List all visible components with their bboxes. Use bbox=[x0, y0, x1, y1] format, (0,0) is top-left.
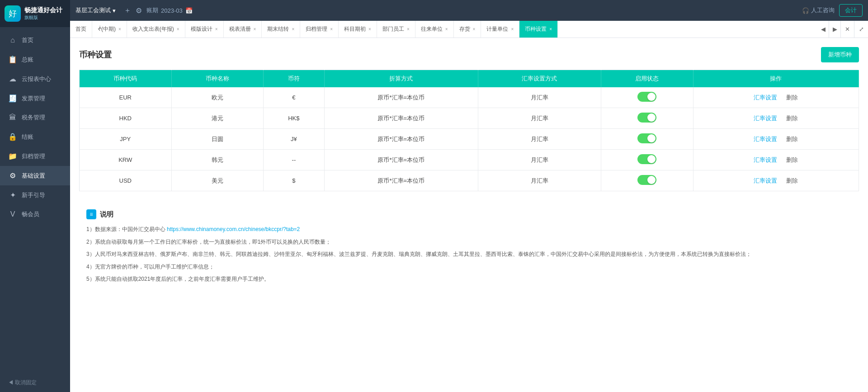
actions: 汇率设置 删除 bbox=[693, 170, 859, 191]
tab-币种设置[interactable]: 币种设置× bbox=[519, 21, 558, 38]
tab-prev-button[interactable]: ◀ bbox=[817, 21, 829, 38]
col-header-汇率设置方式: 汇率设置方式 bbox=[478, 70, 601, 88]
toggle-switch[interactable] bbox=[637, 175, 656, 185]
conversion-method: 原币*汇率=本位币 bbox=[324, 87, 478, 108]
toggle-thumb bbox=[647, 134, 656, 142]
sidebar-nav: ⌂首页📋总账☁云报表中心🧾发票管理🏛税务管理🔒结账📁归档管理⚙基础设置✦新手引导… bbox=[0, 27, 70, 373]
invoice-icon: 🧾 bbox=[8, 94, 17, 103]
new-currency-button[interactable]: 新增币种 bbox=[821, 47, 859, 62]
chinamoney-link[interactable]: https://www.chinamoney.com.cn/chinese/bk… bbox=[167, 226, 300, 232]
sidebar-item-newuser[interactable]: ✦新手引导 bbox=[0, 185, 70, 205]
tab-部门员工[interactable]: 部门员工× bbox=[377, 21, 415, 38]
conversion-method: 原币*汇率=本位币 bbox=[324, 129, 478, 150]
tab-next-button[interactable]: ▶ bbox=[829, 21, 841, 38]
sidebar-item-archive[interactable]: 📁归档管理 bbox=[0, 146, 70, 166]
tab-close-icon[interactable]: × bbox=[407, 27, 410, 32]
rate-setting-link[interactable]: 汇率设置 bbox=[754, 115, 777, 122]
currency-name: 美元 bbox=[171, 170, 264, 191]
currency-table: 币种代码币种名称币符折算方式汇率设置方式启用状态操作 EUR 欧元 € 原币*汇… bbox=[79, 70, 859, 191]
tab-归档管理[interactable]: 归档管理× bbox=[300, 21, 339, 38]
rate-setting-link[interactable]: 汇率设置 bbox=[754, 177, 777, 184]
account-button[interactable]: 会计 bbox=[839, 4, 863, 17]
delete-link[interactable]: 删除 bbox=[786, 115, 798, 122]
toggle-thumb bbox=[647, 113, 656, 122]
settings-icon[interactable]: ⚙ bbox=[136, 6, 142, 15]
tab-ᙻ(中期)[interactable]: ᙻ(中期)× bbox=[92, 21, 127, 38]
toggle-switch[interactable] bbox=[637, 133, 656, 143]
logo-sub: 旗舰版 bbox=[24, 14, 62, 21]
tab-close-icon[interactable]: × bbox=[549, 27, 552, 32]
tab-close-all-button[interactable]: ✕ bbox=[841, 21, 854, 38]
enabled-status bbox=[601, 129, 693, 150]
rate-setting-link[interactable]: 汇率设置 bbox=[754, 94, 777, 101]
tab-close-icon[interactable]: × bbox=[177, 27, 179, 32]
member-icon: V bbox=[8, 210, 17, 218]
tab-计量单位[interactable]: 计量单位× bbox=[481, 21, 519, 38]
enabled-status bbox=[601, 87, 693, 108]
delete-link[interactable]: 删除 bbox=[786, 94, 798, 101]
toggle-switch[interactable] bbox=[637, 154, 656, 164]
sidebar-item-closing[interactable]: 🔒结账 bbox=[0, 127, 70, 146]
tab-close-icon[interactable]: × bbox=[254, 27, 256, 32]
calendar-icon[interactable]: 📅 bbox=[185, 7, 193, 14]
tab-close-icon[interactable]: × bbox=[292, 27, 294, 32]
tab-close-icon[interactable]: × bbox=[118, 27, 121, 32]
delete-link[interactable]: 删除 bbox=[786, 156, 798, 163]
tab-close-icon[interactable]: × bbox=[368, 27, 371, 32]
delete-link[interactable]: 删除 bbox=[786, 136, 798, 142]
newuser-icon: ✦ bbox=[8, 191, 17, 199]
tab-close-icon[interactable]: × bbox=[511, 27, 514, 32]
page-title: 币种设置 bbox=[79, 49, 112, 60]
toggle-track bbox=[637, 133, 656, 143]
col-header-操作: 操作 bbox=[693, 70, 859, 88]
currency-code: HKD bbox=[80, 108, 172, 129]
sidebar-item-home[interactable]: ⌂首页 bbox=[0, 31, 70, 50]
toggle-switch[interactable] bbox=[637, 113, 656, 123]
tab-科目期初[interactable]: 科目期初× bbox=[339, 21, 377, 38]
tab-close-icon[interactable]: × bbox=[215, 27, 218, 32]
sidebar-item-tax[interactable]: 🏛税务管理 bbox=[0, 108, 70, 127]
notes-section: ≡ 说明 1）数据来源：中国外汇交易中心 https://www.chinamo… bbox=[79, 202, 859, 294]
toggle-thumb bbox=[647, 155, 656, 163]
logo-text: 畅捷通好会计 旗舰版 bbox=[24, 6, 62, 21]
rate-setting-link[interactable]: 汇率设置 bbox=[754, 136, 777, 142]
enabled-status bbox=[601, 170, 693, 191]
tab-close-icon[interactable]: × bbox=[330, 27, 333, 32]
tab-收入支出表(年报)[interactable]: 收入支出表(年报)× bbox=[127, 21, 185, 38]
company-name[interactable]: 基层工会测试 ▾ bbox=[75, 6, 116, 14]
sidebar-item-settings[interactable]: ⚙基础设置 bbox=[0, 166, 70, 185]
actions: 汇率设置 删除 bbox=[693, 150, 859, 170]
add-icon[interactable]: ＋ bbox=[124, 6, 131, 15]
toggle-switch[interactable] bbox=[637, 92, 656, 102]
sidebar-item-ledger[interactable]: 📋总账 bbox=[0, 50, 70, 69]
sidebar-item-invoice[interactable]: 🧾发票管理 bbox=[0, 89, 70, 108]
ledger-icon: 📋 bbox=[8, 55, 17, 64]
sidebar-item-member[interactable]: V畅会员 bbox=[0, 205, 70, 224]
tab-首页[interactable]: 首页 bbox=[70, 21, 92, 38]
currency-name: 韩元 bbox=[171, 150, 264, 170]
period-info: 账期 2023-03 📅 bbox=[146, 6, 193, 14]
tab-往来单位[interactable]: 往来单位× bbox=[415, 21, 454, 38]
rate-type: 月汇率 bbox=[478, 170, 601, 191]
top-bar-actions: ＋ ⚙ bbox=[124, 6, 142, 15]
note-item: 3）人民币对马来西亚林吉特、俄罗斯卢布、南非兰特、韩元、阿联酋迪拉姆、沙特里亚尔… bbox=[86, 250, 852, 260]
tab-close-icon[interactable]: × bbox=[445, 27, 448, 32]
help-button[interactable]: 🎧 人工咨询 bbox=[802, 6, 835, 14]
currency-name: 欧元 bbox=[171, 87, 264, 108]
delete-link[interactable]: 删除 bbox=[786, 177, 798, 184]
table-row: EUR 欧元 € 原币*汇率=本位币 月汇率 汇率设置 删除 bbox=[80, 87, 859, 108]
currency-code: EUR bbox=[80, 87, 172, 108]
tab-expand-button[interactable]: ⤢ bbox=[854, 21, 868, 38]
tab-税表清册[interactable]: 税表清册× bbox=[224, 21, 262, 38]
closing-icon: 🔒 bbox=[8, 132, 17, 141]
tab-存货[interactable]: 存货× bbox=[454, 21, 481, 38]
rate-setting-link[interactable]: 汇率设置 bbox=[754, 156, 777, 163]
cancel-pin-button[interactable]: ◀ 取消固定 bbox=[0, 373, 70, 392]
tab-模版设计[interactable]: 模版设计× bbox=[185, 21, 224, 38]
tab-期末结转[interactable]: 期末结转× bbox=[262, 21, 300, 38]
enabled-status bbox=[601, 150, 693, 170]
toggle-track bbox=[637, 175, 656, 185]
toggle-track bbox=[637, 154, 656, 164]
sidebar-item-reports[interactable]: ☁云报表中心 bbox=[0, 69, 70, 89]
tab-close-icon[interactable]: × bbox=[473, 27, 476, 32]
